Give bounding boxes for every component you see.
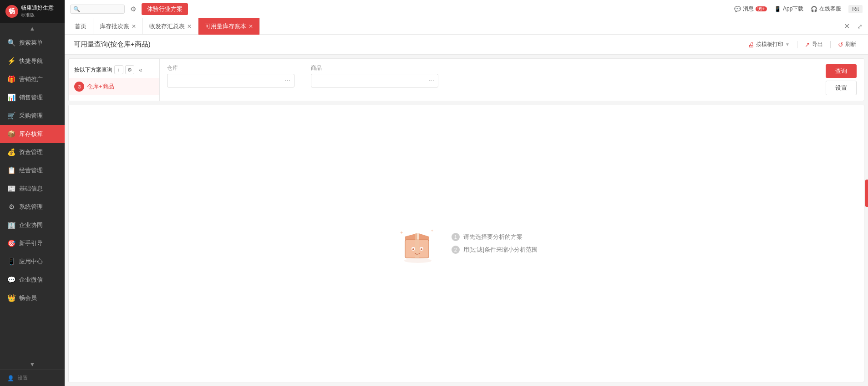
svg-point-0 [404,258,431,263]
message-btn[interactable]: 💬 消息 99+ [734,5,767,13]
tip-text-1: 请先选择要分析的方案 [463,233,523,241]
tip-text-2: 用[过滤]条件来缩小分析范围 [463,246,538,254]
scheme-item-icon: ⊙ [74,82,84,92]
crown-icon: 👑 [7,294,15,302]
sidebar-item-label: 系统管理 [19,203,43,211]
sidebar-item-appcenter[interactable]: 📱 应用中心 [0,252,65,271]
scheme-add-btn[interactable]: + [114,65,123,74]
empty-tip-1: 1 请先选择要分析的方案 [452,233,538,241]
export-btn[interactable]: ↗ 导出 [802,39,826,50]
lightning-icon: ⚡ [7,57,15,65]
sidebar-item-purchase[interactable]: 🛒 采购管理 [0,107,65,125]
sidebar-item-marketing[interactable]: 🎁 营销推广 [0,70,65,88]
sidebar-item-label: 企业微信 [19,276,43,284]
gear-icon: ⚙ [7,203,15,211]
page-title: 可用量查询(按仓库+商品) [74,40,151,49]
wechat-icon: 💬 [7,276,15,284]
page-header: 可用量查询(按仓库+商品) 🖨 按模板打印 ▼ ↗ 导出 ↺ 刷新 [65,35,868,55]
refresh-btn[interactable]: ↺ 刷新 [835,39,859,50]
filter-panel: 仓库 ··· 商品 ··· [160,59,818,101]
tab-available-qty-close[interactable]: ✕ [249,24,253,29]
query-btn[interactable]: 查询 [826,64,857,78]
warehouse-input-box[interactable]: ··· [167,74,294,87]
product-more-icon[interactable]: ··· [428,77,434,85]
sidebar: 畅 畅康通好生意 标准版 ▲ 🔍 搜索菜单 ⚡ 快捷导航 🎁 营销推广 📊 销售… [0,0,65,386]
window-close-btn[interactable]: ✕ [842,22,852,31]
scheme-title: 按以下方案查询 [74,66,112,74]
tab-home-label: 首页 [75,22,86,31]
doc-icon: 📰 [7,185,15,193]
app-label: App下载 [783,5,803,13]
settings-icon[interactable]: ⚙ [128,4,138,14]
sidebar-item-label: 采购管理 [19,112,43,120]
tab-recv-summary[interactable]: 收发存汇总表 ✕ [143,18,198,35]
sidebar-item-system[interactable]: ⚙ 系统管理 [0,198,65,216]
sidebar-item-shortcut[interactable]: ⚡ 快捷导航 [0,52,65,70]
product-filter-group: 商品 ··· [311,64,447,87]
page-actions: 🖨 按模板打印 ▼ ↗ 导出 ↺ 刷新 [745,39,859,50]
building-icon: 🏢 [7,221,15,229]
tab-batch-ledger[interactable]: 库存批次账 ✕ [93,18,143,35]
target-icon: 🎯 [7,239,15,247]
sidebar-item-label: 新手引导 [19,239,43,247]
warehouse-input[interactable] [171,77,283,84]
tab-batch-ledger-close[interactable]: ✕ [132,24,136,29]
svg-text:✦: ✦ [400,230,403,235]
scheme-manage-btn[interactable]: ⚙ [125,65,134,74]
tab-home[interactable]: 首页 [68,18,93,35]
sidebar-item-wechat[interactable]: 💬 企业微信 [0,271,65,289]
search-input[interactable] [82,6,118,12]
sidebar-item-operation[interactable]: 📋 经营管理 [0,161,65,180]
scheme-collapse-btn[interactable]: « [136,65,145,74]
warehouse-more-icon[interactable]: ··· [284,77,290,85]
scheme-header: 按以下方案查询 + ⚙ « [69,63,159,78]
refresh-label: 刷新 [845,41,856,48]
sidebar-scroll-up[interactable]: ▲ [0,23,65,34]
footer-label: 设置 [18,375,28,381]
box-icon: 📦 [7,130,15,138]
sidebar-item-label: 搜索菜单 [19,39,43,47]
settings-btn[interactable]: 设置 [826,81,857,95]
window-expand-btn[interactable]: ⤢ [855,23,864,30]
sidebar-scroll-down[interactable]: ▼ [0,359,65,370]
scheme-warehouse-product[interactable]: ⊙ 仓库+商品 [69,78,159,95]
search-icon: 🔍 [73,6,80,12]
headset-icon: 🎧 [811,6,817,12]
industry-btn[interactable]: 体验行业方案 [142,3,188,15]
product-input-box[interactable]: ··· [311,74,438,87]
sidebar-item-label: 销售管理 [19,93,43,102]
tip-num-2: 2 [452,246,460,254]
sidebar-item-finance[interactable]: 💰 资金管理 [0,143,65,161]
query-area: 按以下方案查询 + ⚙ « ⊙ 仓库+商品 仓库 ··· [68,58,864,101]
user-profile[interactable]: Rit [848,5,863,13]
tab-recv-summary-close[interactable]: ✕ [187,24,192,29]
product-input[interactable] [315,77,426,84]
sidebar-item-label: 企业协同 [19,221,43,229]
sidebar-item-newbie[interactable]: 🎯 新手引导 [0,234,65,252]
sidebar-item-inventory[interactable]: 📦 库存核算 [0,125,65,143]
divider [797,41,797,48]
svg-point-8 [412,248,414,250]
right-scroll-hint [865,180,868,207]
tab-available-qty[interactable]: 可用量库存账本 ✕ [198,18,260,35]
scheme-item-label: 仓库+商品 [87,82,114,91]
username-text: Rit [852,6,859,12]
message-badge: 99+ [756,6,767,11]
sidebar-item-member[interactable]: 👑 畅会员 [0,289,65,307]
sidebar-item-enterprise[interactable]: 🏢 企业协同 [0,216,65,234]
report-icon: 📋 [7,166,15,175]
empty-tip-2: 2 用[过滤]条件来缩小分析范围 [452,246,538,254]
print-template-btn[interactable]: 🖨 按模板打印 ▼ [745,39,792,50]
app-download-btn[interactable]: 📱 App下载 [774,5,803,13]
sidebar-item-search[interactable]: 🔍 搜索菜单 [0,34,65,52]
content-area: 可用量查询(按仓库+商品) 🖨 按模板打印 ▼ ↗ 导出 ↺ 刷新 [65,35,868,386]
topbar: 🔍 ⚙ 体验行业方案 💬 消息 99+ 📱 App下载 🎧 在线客服 Rit [65,0,868,18]
sidebar-item-base[interactable]: 📰 基础信息 [0,180,65,198]
message-label: 消息 [743,5,754,13]
empty-tips: 1 请先选择要分析的方案 2 用[过滤]条件来缩小分析范围 [452,233,538,254]
svg-text:✦: ✦ [431,229,434,233]
service-btn[interactable]: 🎧 在线客服 [811,5,841,13]
svg-point-9 [421,248,422,250]
sidebar-item-sales[interactable]: 📊 销售管理 [0,88,65,107]
topbar-search-box[interactable]: 🔍 [70,5,125,14]
